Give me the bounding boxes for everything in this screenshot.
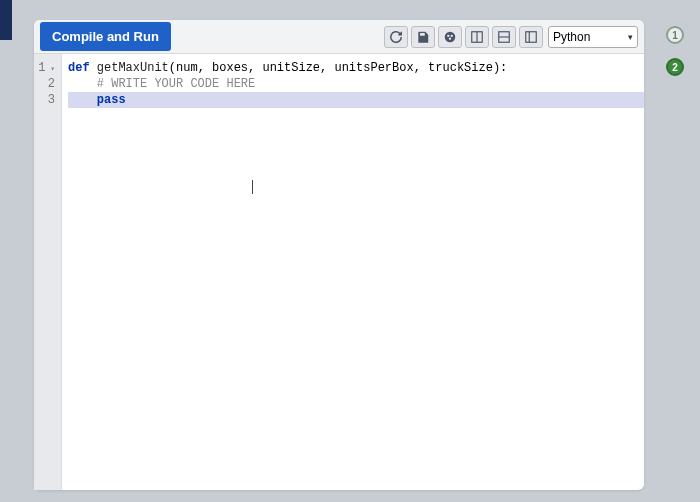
editor-toolbar: Compile and Run Python ▾: [34, 20, 644, 54]
step-marker-2[interactable]: 2: [666, 58, 684, 76]
language-select-value: Python: [553, 30, 590, 44]
language-select[interactable]: Python ▾: [548, 26, 638, 48]
split-vertical-button[interactable]: [465, 26, 489, 48]
reset-button[interactable]: [384, 26, 408, 48]
svg-point-0: [445, 31, 456, 42]
editor-panel: Compile and Run Python ▾ 1 2 3: [34, 20, 644, 490]
code-line-1: def getMaxUnit(num, boxes, unitSize, uni…: [68, 60, 644, 76]
compile-run-button[interactable]: Compile and Run: [40, 22, 171, 51]
text-cursor-icon: [252, 180, 253, 194]
code-editor[interactable]: 1 2 3 def getMaxUnit(num, boxes, unitSiz…: [34, 54, 644, 490]
split-horizontal-button[interactable]: [492, 26, 516, 48]
line-gutter: 1 2 3: [34, 54, 62, 490]
svg-point-2: [451, 34, 453, 36]
svg-point-1: [447, 34, 449, 36]
split-vertical-icon: [470, 30, 484, 44]
left-window-edge: [0, 0, 12, 40]
step-marker-1[interactable]: 1: [666, 26, 684, 44]
svg-rect-8: [526, 31, 537, 42]
theme-icon: [443, 30, 457, 44]
save-icon: [416, 30, 430, 44]
code-area[interactable]: def getMaxUnit(num, boxes, unitSize, uni…: [62, 54, 644, 490]
layout-button[interactable]: [519, 26, 543, 48]
split-horizontal-icon: [497, 30, 511, 44]
gutter-line-3: 3: [34, 92, 55, 108]
step-markers: 1 2: [666, 26, 684, 76]
code-line-3: pass: [68, 92, 644, 108]
gutter-line-1: 1: [34, 60, 55, 76]
code-line-2: # WRITE YOUR CODE HERE: [68, 76, 644, 92]
layout-icon: [524, 30, 538, 44]
chevron-down-icon: ▾: [628, 32, 633, 42]
reset-icon: [389, 30, 403, 44]
svg-point-3: [449, 37, 451, 39]
gutter-line-2: 2: [34, 76, 55, 92]
save-button[interactable]: [411, 26, 435, 48]
theme-button[interactable]: [438, 26, 462, 48]
